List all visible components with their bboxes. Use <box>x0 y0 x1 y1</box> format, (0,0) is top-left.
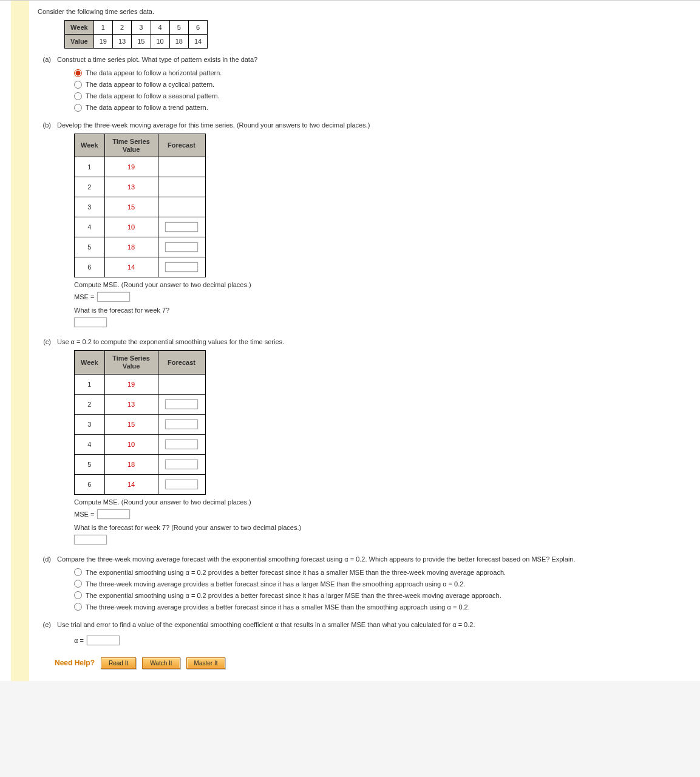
c-forecast-input-3[interactable] <box>165 419 198 429</box>
c-forecast-cell <box>158 394 205 414</box>
moving-average-table: Week Time SeriesValue Forecast 119213315… <box>74 134 206 277</box>
part-d-option-0[interactable]: The exponential smoothing using α = 0.2 … <box>74 568 688 577</box>
part-d-radio-0[interactable] <box>74 568 82 576</box>
ts-value-label: Value <box>65 35 94 49</box>
b-forecast-input-5[interactable] <box>165 242 198 252</box>
ts-value-cell: 10 <box>151 35 169 49</box>
c-value-cell: 15 <box>104 414 158 434</box>
b-forecast-cell <box>158 257 205 277</box>
c-forecast-cell <box>158 474 205 494</box>
c-forecast-input-4[interactable] <box>165 439 198 449</box>
part-d-option-text-1: The three-week moving average provides a… <box>86 579 465 589</box>
c-forecast-cell <box>158 414 205 434</box>
e-alpha-input[interactable] <box>87 636 120 645</box>
table-row: 119 <box>75 374 206 394</box>
part-a-option-text-1: The data appear to follow a cyclical pat… <box>86 80 214 89</box>
exp-smoothing-table: Week Time SeriesValue Forecast 119213315… <box>74 350 206 494</box>
b-week-cell: 4 <box>75 217 105 237</box>
table-row: 315 <box>75 414 206 434</box>
c-week-cell: 6 <box>75 474 105 494</box>
watch-it-button[interactable]: Watch It <box>142 657 180 669</box>
c-forecast-input-6[interactable] <box>165 480 198 489</box>
c-mse-label: MSE = <box>74 511 94 518</box>
part-a-option-3[interactable]: The data appear to follow a trend patter… <box>74 103 688 112</box>
b-mse-input[interactable] <box>97 292 130 302</box>
b-forecast-cell <box>158 197 205 217</box>
part-a-option-text-3: The data appear to follow a trend patter… <box>86 103 208 112</box>
table-row: 614 <box>75 474 206 494</box>
c-forecast-cell <box>158 434 205 454</box>
part-b-label: (b) <box>38 121 51 331</box>
c-forecast-input-5[interactable] <box>165 460 198 469</box>
e-alpha-label: α = <box>74 637 84 644</box>
part-d-question: Compare the three-week moving average fo… <box>57 555 688 563</box>
ts-week-cell: 4 <box>151 21 169 35</box>
table-row: 213 <box>75 177 206 197</box>
c-mse-input[interactable] <box>97 509 130 519</box>
c-col-week: Week <box>75 351 105 374</box>
ts-week-cell: 6 <box>189 21 208 35</box>
b-forecast-input-6[interactable] <box>165 262 198 272</box>
c-col-tsvalue: Time SeriesValue <box>104 351 158 374</box>
c-value-cell: 19 <box>104 374 158 394</box>
c-forecast-cell <box>158 454 205 474</box>
part-c-label: (c) <box>38 338 51 548</box>
b-value-cell: 15 <box>104 197 158 217</box>
part-d-label: (d) <box>38 555 51 614</box>
b-value-cell: 13 <box>104 177 158 197</box>
b-week-cell: 5 <box>75 237 105 257</box>
part-d-option-2[interactable]: The exponential smoothing using α = 0.2 … <box>74 591 688 600</box>
c-week7-input[interactable] <box>74 535 107 545</box>
part-c-question: Use α = 0.2 to compute the exponential s… <box>57 338 688 345</box>
part-a-radio-2[interactable] <box>74 92 82 100</box>
ts-week-cell: 1 <box>93 21 112 35</box>
b-col-tsvalue: Time SeriesValue <box>104 134 158 157</box>
part-d-option-text-2: The exponential smoothing using α = 0.2 … <box>86 591 501 600</box>
ts-value-cell: 15 <box>132 35 151 49</box>
part-d-radio-1[interactable] <box>74 580 82 588</box>
b-forecast-input-4[interactable] <box>165 222 198 232</box>
part-a-radio-0[interactable] <box>74 69 82 77</box>
need-help-label: Need Help? <box>55 659 95 667</box>
question-content: Consider the following time series data.… <box>29 1 700 681</box>
c-forecast-cell <box>158 374 205 394</box>
part-a-radio-3[interactable] <box>74 104 82 112</box>
part-a-option-1[interactable]: The data appear to follow a cyclical pat… <box>74 80 688 89</box>
part-b-question: Develop the three-week moving average fo… <box>57 121 688 129</box>
table-row: 213 <box>75 394 206 414</box>
ts-week-cell: 5 <box>169 21 188 35</box>
c-week7-q: What is the forecast for week 7? (Round … <box>74 524 688 531</box>
table-row: 410 <box>75 217 206 237</box>
part-d-radio-3[interactable] <box>74 603 82 611</box>
table-row: 518 <box>75 237 206 257</box>
b-col-week: Week <box>75 134 105 157</box>
read-it-button[interactable]: Read It <box>101 657 136 669</box>
ts-week-cell: 3 <box>132 21 151 35</box>
c-forecast-input-2[interactable] <box>165 399 198 409</box>
c-col-forecast: Forecast <box>158 351 205 374</box>
c-value-cell: 18 <box>104 454 158 474</box>
part-a-option-text-2: The data appear to follow a seasonal pat… <box>86 91 220 101</box>
part-a-radio-1[interactable] <box>74 81 82 89</box>
part-e-question: Use trial and error to find a value of t… <box>57 621 688 628</box>
part-a-option-2[interactable]: The data appear to follow a seasonal pat… <box>74 91 688 101</box>
b-week7-input[interactable] <box>74 317 107 327</box>
part-d-option-text-0: The exponential smoothing using α = 0.2 … <box>86 568 506 577</box>
part-d-radio-2[interactable] <box>74 591 82 599</box>
b-value-cell: 18 <box>104 237 158 257</box>
b-forecast-cell <box>158 237 205 257</box>
part-d-option-3[interactable]: The three-week moving average provides a… <box>74 602 688 612</box>
part-d: (d) Compare the three-week moving averag… <box>38 555 688 614</box>
part-b: (b) Develop the three-week moving averag… <box>38 121 688 331</box>
part-d-option-1[interactable]: The three-week moving average provides a… <box>74 579 688 589</box>
c-value-cell: 13 <box>104 394 158 414</box>
c-week-cell: 5 <box>75 454 105 474</box>
table-row: 315 <box>75 197 206 217</box>
part-a-label: (a) <box>38 56 51 114</box>
b-week7-q: What is the forecast for week 7? <box>74 307 688 314</box>
master-it-button[interactable]: Master It <box>186 657 226 669</box>
c-week-cell: 1 <box>75 374 105 394</box>
b-col-forecast: Forecast <box>158 134 205 157</box>
part-a-option-0[interactable]: The data appear to follow a horizontal p… <box>74 68 688 78</box>
table-row: 119 <box>75 157 206 177</box>
